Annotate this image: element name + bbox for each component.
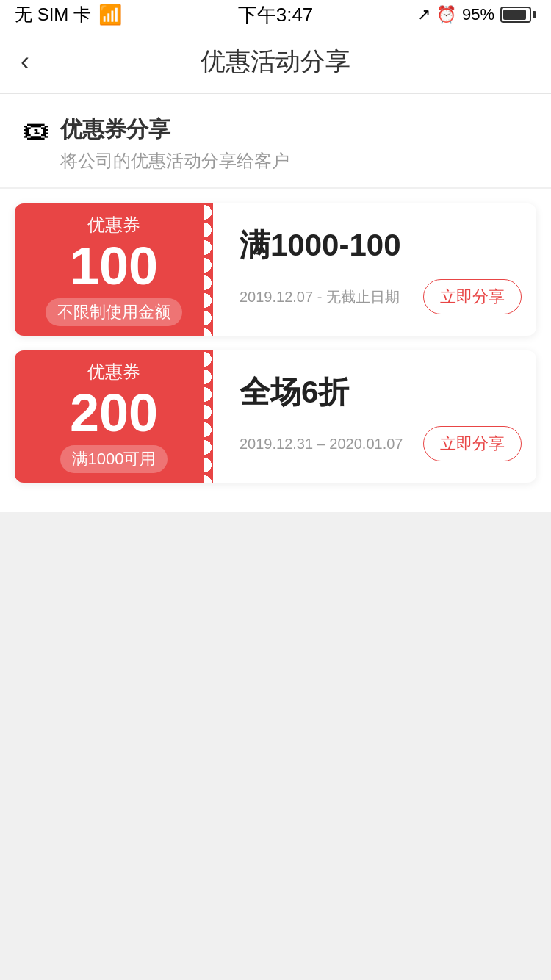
carrier-text: 无 SIM 卡 bbox=[15, 3, 91, 26]
coupon-value-1: 100 bbox=[70, 239, 158, 292]
battery-percentage: 95% bbox=[462, 5, 494, 24]
coupon-title-2: 全场6折 bbox=[240, 372, 522, 413]
coupon-bottom-1: 2019.12.07 - 无截止日期 立即分享 bbox=[240, 279, 522, 314]
coupon-card-2: 优惠券 200 满1000可用 全场6折 2019.12.31 – 2020.0… bbox=[15, 350, 536, 483]
coupon-left-2: 优惠券 200 满1000可用 bbox=[15, 350, 213, 483]
coupon-label-2: 优惠券 bbox=[87, 360, 140, 383]
status-bar: 无 SIM 卡 📶 下午3:47 ↗ ⏰ 95% bbox=[0, 0, 551, 29]
share-button-1[interactable]: 立即分享 bbox=[423, 279, 522, 314]
coupon-value-2: 200 bbox=[70, 386, 158, 439]
back-button[interactable]: ‹ bbox=[21, 46, 29, 77]
coupon-date-1: 2019.12.07 - 无截止日期 bbox=[240, 287, 400, 307]
page-title: 优惠活动分享 bbox=[201, 45, 350, 79]
status-time: 下午3:47 bbox=[238, 2, 314, 28]
coupon-list: 优惠券 100 不限制使用金额 满1000-100 2019.12.07 - 无… bbox=[0, 189, 551, 512]
section-header: 🎟 优惠券分享 将公司的优惠活动分享给客户 bbox=[0, 94, 551, 187]
coupon-right-1: 满1000-100 2019.12.07 - 无截止日期 立即分享 bbox=[213, 203, 536, 336]
status-left: 无 SIM 卡 📶 bbox=[15, 3, 122, 26]
section-icon: 🎟 bbox=[22, 116, 50, 144]
coupon-card-1: 优惠券 100 不限制使用金额 满1000-100 2019.12.07 - 无… bbox=[15, 203, 536, 336]
status-right: ↗ ⏰ 95% bbox=[417, 5, 536, 24]
location-icon: ↗ bbox=[417, 5, 431, 24]
section-title: 优惠券分享 bbox=[60, 115, 289, 145]
share-button-2[interactable]: 立即分享 bbox=[423, 426, 522, 461]
coupon-date-2: 2019.12.31 – 2020.01.07 bbox=[240, 436, 403, 453]
nav-bar: ‹ 优惠活动分享 bbox=[0, 29, 551, 94]
coupon-bottom-2: 2019.12.31 – 2020.01.07 立即分享 bbox=[240, 426, 522, 461]
section-text: 优惠券分享 将公司的优惠活动分享给客户 bbox=[60, 115, 289, 173]
coupon-right-2: 全场6折 2019.12.31 – 2020.01.07 立即分享 bbox=[213, 350, 536, 483]
wifi-icon: 📶 bbox=[98, 4, 122, 26]
coupon-label-1: 优惠券 bbox=[87, 213, 140, 237]
coupon-condition-1: 不限制使用金额 bbox=[46, 298, 182, 326]
alarm-icon: ⏰ bbox=[436, 5, 456, 24]
battery-icon bbox=[500, 7, 536, 23]
coupon-left-1: 优惠券 100 不限制使用金额 bbox=[15, 203, 213, 336]
page-background bbox=[0, 512, 551, 953]
section-subtitle: 将公司的优惠活动分享给客户 bbox=[60, 149, 289, 173]
coupon-condition-2: 满1000可用 bbox=[60, 445, 168, 473]
coupon-title-1: 满1000-100 bbox=[240, 225, 522, 266]
